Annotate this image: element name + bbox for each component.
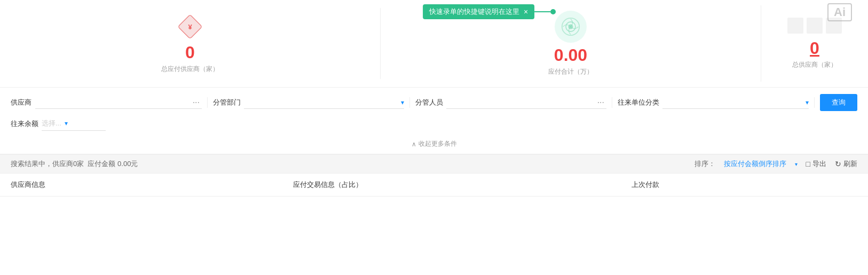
collapse-icon: ∧ [412, 140, 416, 148]
results-text-1: 搜索结果中，供应商 [11, 160, 73, 168]
table-header: 供应商信息 应付交易信息（占比） 上次付款 [0, 174, 868, 197]
results-bar: 搜索结果中，供应商0家 应付金额 0.00元 排序： 按应付会额倒序排序 ▾ □… [0, 154, 868, 174]
department-arrow: ▾ [401, 99, 404, 106]
balance-arrow[interactable]: ▾ [65, 120, 68, 127]
collapse-button[interactable]: ∧ 收起更多条件 [412, 139, 457, 148]
refresh-button[interactable]: ↻ 刷新 [835, 159, 857, 169]
stat-placeholder-graphic [787, 18, 842, 34]
tooltip-dot [550, 9, 556, 14]
supplier-filter: 供应商 ··· [11, 96, 202, 109]
department-select[interactable] [244, 96, 401, 108]
svg-text:¥: ¥ [188, 23, 192, 31]
department-filter: 分管部门 ▾ [213, 96, 404, 109]
results-amount-value: 0.00元 [117, 160, 138, 168]
supplier-dots-btn[interactable]: ··· [191, 98, 202, 107]
tooltip-text: 快速录单的快捷键说明在这里 [429, 7, 519, 17]
supplier-input-wrap: ··· [35, 96, 202, 109]
collapse-label: 收起更多条件 [419, 139, 457, 148]
balance-filter: 往来余额 选择... ▾ [11, 116, 106, 131]
amount-icon [555, 11, 587, 43]
unit-category-select[interactable] [662, 96, 806, 108]
export-icon: □ [806, 160, 810, 168]
table-col-transaction: 应付交易信息（占比） [293, 180, 632, 190]
stat-total-suppliers: Ai 0 总供应商（家） [761, 12, 868, 75]
total-payable-label: 总应付供应商（家） [161, 65, 219, 74]
results-prefix: 搜索结果中，供应商0家 应付金额 0.00元 [11, 159, 138, 169]
divider-4 [814, 97, 815, 108]
total-amount-value: 0.00 [554, 45, 587, 65]
shortcut-tooltip: 快速录单的快捷键说明在这里 × [423, 4, 534, 19]
filter-bar: 供应商 ··· 分管部门 ▾ 分管人员 ··· [0, 88, 868, 154]
refresh-label: 刷新 [843, 159, 857, 169]
department-select-wrap: ▾ [244, 96, 404, 109]
balance-select-wrap: 选择... ▾ [42, 116, 106, 131]
unit-category-filter: 往来单位分类 ▾ [618, 96, 809, 109]
manager-filter: 分管人员 ··· [415, 96, 606, 109]
diamond-logo-icon: ¥ [177, 13, 203, 40]
total-suppliers-value: 0 [810, 38, 819, 58]
manager-input[interactable] [446, 96, 595, 108]
filter-row-2: 往来余额 选择... ▾ [11, 116, 857, 131]
sort-arrow-icon[interactable]: ▾ [795, 161, 798, 167]
divider-1 [207, 97, 208, 108]
results-amount-label: 应付金额 [88, 160, 115, 168]
filter-row-1: 供应商 ··· 分管部门 ▾ 分管人员 ··· [11, 94, 857, 111]
refresh-icon: ↻ [835, 160, 841, 168]
table-body [0, 197, 868, 275]
unit-category-arrow: ▾ [806, 99, 809, 106]
total-payable-value: 0 [185, 42, 195, 62]
supplier-label: 供应商 [11, 98, 32, 107]
manager-label: 分管人员 [415, 98, 443, 107]
manager-dots-btn[interactable]: ··· [595, 98, 606, 107]
table-col-lastpay: 上次付款 [632, 180, 857, 190]
balance-label: 往来余额 [11, 119, 38, 129]
collapse-row: ∧ 收起更多条件 [11, 136, 857, 154]
unit-category-select-wrap: ▾ [662, 96, 809, 109]
divider-2 [409, 97, 410, 108]
sort-value-btn[interactable]: 按应付会额倒序排序 [724, 159, 786, 169]
total-amount-label: 应付合计（万） [548, 67, 593, 76]
manager-input-wrap: ··· [446, 96, 606, 109]
results-supplier-count: 0家 [73, 160, 84, 168]
stat-total-payable: ¥ 0 总应付供应商（家） [0, 8, 381, 79]
supplier-input[interactable] [35, 96, 191, 108]
results-actions: 排序： 按应付会额倒序排序 ▾ □ 导出 ↻ 刷新 [695, 159, 857, 169]
table-col-supplier: 供应商信息 [11, 180, 293, 190]
sort-label: 排序： [695, 159, 715, 169]
stats-bar: ¥ 0 总应付供应商（家） 0.00 应付合计（万） 快速录单的快捷键说明在这里… [0, 0, 868, 88]
export-button[interactable]: □ 导出 [806, 159, 826, 169]
total-suppliers-label: 总供应商（家） [792, 60, 837, 69]
results-info: 搜索结果中，供应商0家 应付金额 0.00元 [11, 159, 138, 169]
tooltip-close-btn[interactable]: × [524, 8, 528, 15]
query-button[interactable]: 查询 [820, 94, 857, 111]
unit-category-label: 往来单位分类 [618, 98, 659, 107]
export-label: 导出 [812, 159, 826, 169]
divider-3 [612, 97, 612, 108]
balance-placeholder: 选择... [42, 116, 61, 130]
department-label: 分管部门 [213, 98, 241, 107]
